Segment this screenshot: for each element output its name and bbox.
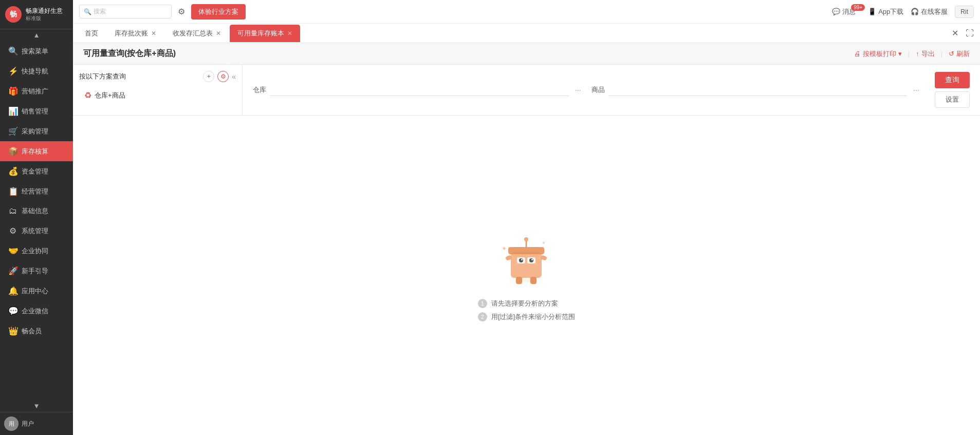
- top-bar-right: 💬 消息 99+ 📱 App下载 🎧 在线客服 Rit: [832, 6, 974, 18]
- tabs-close-button[interactable]: ✕: [950, 26, 960, 40]
- sidebar-item-label: 资金管理: [22, 167, 48, 176]
- main-content: ✦ ✦ 1 请先选择要分析的方案 2 用[过滤]条件来缩小分析范围: [73, 115, 980, 435]
- tab-summary[interactable]: 收发存汇总表 ✕: [165, 25, 229, 42]
- sidebar: 畅 畅康通好生意 标准版 ▲ 🔍 搜索菜单 ⚡ 快捷导航 🎁 营销推广 📊 销售…: [0, 0, 73, 435]
- svg-rect-12: [530, 277, 537, 284]
- export-button[interactable]: ↑ 导出: [916, 49, 935, 59]
- sidebar-item-marketing[interactable]: 🎁 营销推广: [0, 81, 73, 101]
- sidebar-item-label: 搜索菜单: [22, 47, 48, 56]
- tabs-actions: ✕ ⛶: [950, 26, 976, 40]
- messages-badge: 99+: [851, 4, 865, 11]
- collapse-panel-button[interactable]: «: [232, 72, 236, 81]
- sidebar-item-newbie[interactable]: 🚀 新手引导: [0, 261, 73, 281]
- goods-input[interactable]: [609, 84, 908, 96]
- appstore-icon: 🔔: [8, 286, 17, 296]
- sidebar-item-sales[interactable]: 📊 销售管理: [0, 101, 73, 121]
- sidebar-nav: 🔍 搜索菜单 ⚡ 快捷导航 🎁 营销推广 📊 销售管理 🛒 采购管理 📦 库存核…: [0, 41, 73, 400]
- sidebar-item-system[interactable]: ⚙ 系统管理: [0, 221, 73, 241]
- empty-illustration: ✦ ✦: [495, 229, 557, 291]
- svg-point-6: [529, 258, 533, 262]
- goods-more-button[interactable]: ···: [911, 86, 921, 94]
- tab-close-summary[interactable]: ✕: [216, 30, 221, 37]
- sidebar-item-operation[interactable]: 📋 经营管理: [0, 181, 73, 201]
- online-service-button[interactable]: 🎧 在线客服: [911, 7, 948, 16]
- svg-rect-1: [511, 252, 542, 278]
- warehouse-input[interactable]: [270, 84, 569, 96]
- purchase-icon: 🛒: [8, 126, 17, 136]
- sidebar-item-finance[interactable]: 💰 资金管理: [0, 161, 73, 181]
- sidebar-item-appstore[interactable]: 🔔 应用中心: [0, 281, 73, 301]
- sidebar-item-member[interactable]: 👑 畅会员: [0, 321, 73, 341]
- sidebar-item-inventory[interactable]: 📦 库存核算: [0, 141, 73, 161]
- scheme-panel: 按以下方案查询 + ⚙ « ♻ 仓库+商品: [73, 65, 243, 115]
- page-title: 可用量查询(按仓库+商品): [83, 48, 176, 59]
- tab-available[interactable]: 可用量库存账本 ✕: [230, 25, 300, 42]
- trial-industry-button[interactable]: 体验行业方案: [191, 4, 246, 20]
- sidebar-footer[interactable]: 用 用户: [0, 412, 73, 435]
- gear-icon[interactable]: ⚙: [176, 5, 187, 18]
- refresh-button[interactable]: ↺ 刷新: [949, 49, 970, 59]
- shortcut-icon: ⚡: [8, 66, 17, 76]
- main-area: 🔍 搜索 ⚙ 体验行业方案 💬 消息 99+ 📱 App下载 🎧 在线客服 Ri…: [73, 0, 980, 435]
- content-area: 可用量查询(按仓库+商品) 🖨 按模板打印 ▾ | ↑ 导出 | ↺ 刷新: [73, 43, 980, 435]
- filter-row: 仓库 ··· 商品 ··· 查询 设置: [253, 72, 970, 108]
- app-logo: 畅: [5, 6, 22, 23]
- sidebar-item-shortcut[interactable]: ⚡ 快捷导航: [0, 61, 73, 81]
- search-icon: 🔍: [8, 46, 17, 56]
- tab-label: 首页: [85, 29, 98, 38]
- print-label: 按模板打印: [863, 49, 896, 59]
- search-placeholder: 搜索: [94, 7, 106, 16]
- settings-button[interactable]: 设置: [935, 91, 970, 108]
- scheme-icon: ♻: [84, 90, 91, 100]
- tabs-maximize-button[interactable]: ⛶: [964, 27, 976, 40]
- tab-home[interactable]: 首页: [77, 25, 106, 42]
- search-box[interactable]: 🔍 搜索: [79, 5, 172, 18]
- goods-field: 商品 ···: [591, 84, 922, 96]
- tab-label: 收发存汇总表: [173, 29, 213, 38]
- tab-label: 库存批次账: [115, 29, 148, 38]
- user-name: Rit: [960, 8, 968, 15]
- app-name: 畅康通好生意: [26, 7, 63, 15]
- sidebar-item-label: 营销推广: [22, 87, 48, 96]
- tab-close-available[interactable]: ✕: [287, 30, 292, 37]
- refresh-label: 刷新: [956, 49, 970, 59]
- basic-icon: 🗂: [8, 206, 17, 216]
- sidebar-item-basic[interactable]: 🗂 基础信息: [0, 201, 73, 221]
- app-download-button[interactable]: 📱 App下载: [868, 7, 903, 16]
- settings-scheme-button[interactable]: ⚙: [217, 71, 229, 82]
- sidebar-item-wechat[interactable]: 💬 企业微信: [0, 301, 73, 321]
- operation-icon: 📋: [8, 186, 17, 196]
- warehouse-field: 仓库 ···: [253, 84, 583, 96]
- sidebar-item-purchase[interactable]: 🛒 采购管理: [0, 121, 73, 141]
- page-header: 可用量查询(按仓库+商品) 🖨 按模板打印 ▾ | ↑ 导出 | ↺ 刷新: [73, 43, 980, 65]
- scheme-label: 仓库+商品: [95, 91, 125, 100]
- empty-tip-2-text: 用[过滤]条件来缩小分析范围: [491, 312, 575, 321]
- export-label: 导出: [921, 49, 935, 59]
- tab-batch[interactable]: 库存批次账 ✕: [107, 25, 164, 42]
- sidebar-item-search[interactable]: 🔍 搜索菜单: [0, 41, 73, 61]
- sidebar-item-label: 企业微信: [22, 307, 48, 316]
- sidebar-username: 用户: [22, 420, 34, 428]
- svg-text:✦: ✦: [502, 245, 507, 252]
- top-bar: 🔍 搜索 ⚙ 体验行业方案 💬 消息 99+ 📱 App下载 🎧 在线客服 Ri…: [73, 0, 980, 24]
- user-account-button[interactable]: Rit: [955, 6, 974, 18]
- scheme-item-warehouse-goods[interactable]: ♻ 仓库+商品: [79, 87, 236, 103]
- system-icon: ⚙: [8, 226, 17, 236]
- print-button[interactable]: 🖨 按模板打印 ▾: [854, 49, 902, 59]
- svg-rect-11: [516, 277, 522, 284]
- sidebar-user: 用 用户: [4, 417, 34, 431]
- sidebar-scroll-down[interactable]: ▼: [0, 400, 73, 412]
- sidebar-item-enterprise[interactable]: 🤝 企业协同: [0, 241, 73, 261]
- messages-button[interactable]: 💬 消息 99+: [832, 7, 861, 16]
- warehouse-more-button[interactable]: ···: [573, 86, 583, 94]
- tab-close-batch[interactable]: ✕: [151, 30, 156, 37]
- sidebar-scroll-up[interactable]: ▲: [0, 29, 73, 41]
- query-button[interactable]: 查询: [935, 72, 970, 88]
- add-scheme-button[interactable]: +: [203, 71, 214, 82]
- app-version: 标准版: [26, 15, 63, 22]
- sidebar-item-label: 新手引导: [22, 267, 48, 276]
- empty-tips: 1 请先选择要分析的方案 2 用[过滤]条件来缩小分析范围: [478, 299, 575, 321]
- sidebar-item-label: 企业协同: [22, 247, 48, 256]
- newbie-icon: 🚀: [8, 266, 17, 276]
- sidebar-item-label: 应用中心: [22, 287, 48, 296]
